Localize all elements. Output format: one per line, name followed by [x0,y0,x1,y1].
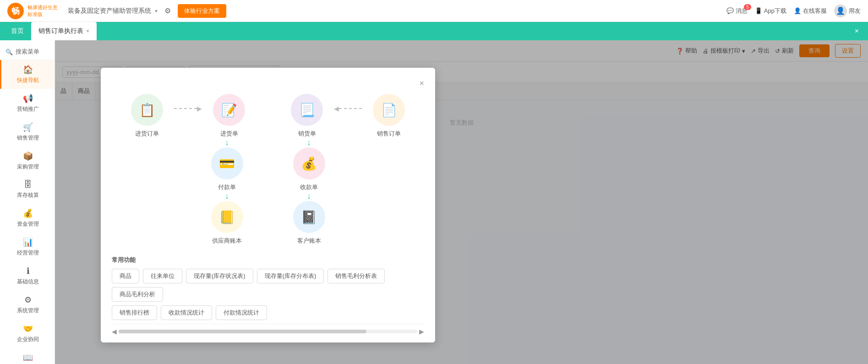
logo-area: 畅 畅康通好生意 标准版 [7,3,62,19]
modal-header: × [112,79,424,88]
sidebar-item-guide[interactable]: 📖 新手引导 [0,348,55,364]
purchase-bill-label: 进货单 [220,130,238,138]
app-title-text: 装备及固定资产辅助管理系统 [68,7,151,15]
logo-icon: 畅 [7,3,24,19]
tab-sales-order[interactable]: 销售订单执行表 × [31,22,97,40]
main-close-icon[interactable]: × [855,27,864,35]
flow-node-supplier: 📒 供应商账本 [202,201,252,245]
flow-modal: × 📋 进货订单 [101,68,435,342]
flow-node-customer: 📓 客户账本 [284,201,334,245]
flow-node-purchase-bill: 📝 进货单 [204,94,254,138]
common-func-section: 常用功能 商品 往来单位 现存量(库存状况表) 现存量(库存分布表) 销售毛利分… [112,256,424,320]
sidebar-item-marketing[interactable]: 📢 营销推广 [0,89,55,118]
flow-node-payment: 💳 付款单 [202,147,252,191]
tab-close-icon[interactable]: × [86,28,89,34]
tabbar: 首页 销售订单执行表 × × [0,22,868,40]
arrow-down-customer: ↓ [307,191,311,201]
flow-diagram: 📋 进货订单 ▶ 📝 [112,94,424,245]
settings-icon[interactable]: ⚙ [161,5,174,17]
func-btn-goods[interactable]: 商品 [112,269,139,283]
search-icon: 🔍 [5,49,13,55]
supplier-icon: 📒 [219,210,235,225]
sidebar-item-basic[interactable]: ℹ 基础信息 [0,261,55,290]
func-btn-sales-rank[interactable]: 销售排行榜 [112,305,157,320]
purchase-order-circle: 📋 [131,94,163,126]
func-btn-contacts[interactable]: 往来单位 [143,269,182,283]
marketing-icon: 📢 [23,93,33,103]
tab-home[interactable]: 首页 [4,22,31,40]
func-btn-stock-dist[interactable]: 现存量(库存分布表) [257,269,324,283]
flow-node-sales-order: 📄 销售订单 [364,94,414,138]
sales-bill-icon: 📃 [299,103,315,118]
sidebar-item-system[interactable]: ⚙ 系统管理 [0,290,55,319]
operation-icon: 📊 [23,237,33,247]
purchase-bill-icon: 📝 [221,103,237,118]
flow-node-sales-bill: 📃 销货单 [282,94,332,138]
func-btn-receipt-stat[interactable]: 收款情况统计 [161,305,212,320]
scroll-right-arrow[interactable]: ▶ [419,328,424,335]
func-btns-row1: 商品 往来单位 现存量(库存状况表) 现存量(库存分布表) 销售毛利分析表 商品… [112,269,424,302]
sales-bill-circle: 📃 [291,94,323,126]
sales-order-circle: 📄 [373,94,405,126]
search-menu-btn[interactable]: 🔍 搜索菜单 [0,44,55,60]
sidebar-item-sales[interactable]: 🛒 销售管理 [0,118,55,147]
user-area[interactable]: 👤 用友 [834,5,861,17]
header-right: 💬 消息 5 📱 App下载 👤 在线客服 👤 用友 [726,5,861,17]
sidebar-item-inventory[interactable]: 🗄 库存核算 [0,175,55,204]
home-icon: 🏠 [23,65,33,75]
func-btn-stock-status[interactable]: 现存量(库存状况表) [186,269,253,283]
app-title-area: 装备及固定资产辅助管理系统 ▾ ⚙ 体验行业方案 [68,4,721,18]
scroll-track[interactable] [119,330,417,333]
customer-icon: 📓 [301,210,317,225]
purchase-bill-circle: 📝 [213,94,245,126]
avatar: 👤 [834,5,847,17]
sidebar-item-purchase[interactable]: 📦 采购管理 [0,147,55,175]
trial-button[interactable]: 体验行业方案 [178,4,226,18]
func-btn-sales-margin[interactable]: 销售毛利分析表 [328,269,385,283]
content-area: ❓ 帮助 🖨 按模板打印 ▾ ↗ 导出 ↺ 刷新 查询 设置 [55,40,868,364]
inventory-icon: 🗄 [24,180,32,190]
sales-order-label: 销售订单 [377,130,401,138]
receipt-icon: 💰 [301,156,317,171]
common-func-title: 常用功能 [112,256,424,264]
message-badge: 5 [744,4,751,10]
payment-icon: 💳 [219,156,235,171]
app-download-btn[interactable]: 📱 App下载 [755,7,786,15]
sidebar-item-operation[interactable]: 📊 经营管理 [0,233,55,261]
app-dropdown-btn[interactable]: ▾ [155,8,158,14]
sidebar-item-collab[interactable]: 🤝 企业协同 [0,319,55,348]
func-btn-payment-stat[interactable]: 付款情况统计 [216,305,267,320]
arrow-down-payment: ↓ [225,138,229,147]
modal-scrollbar: ◀ ▶ [112,324,424,335]
sidebar-item-quick[interactable]: 🏠 快捷导航 [0,60,55,89]
purchase-icon: 📦 [23,151,33,161]
sidebar-item-finance[interactable]: 💰 资金管理 [0,204,55,233]
customer-label: 客户账本 [297,237,321,245]
message-icon: 💬 [726,7,734,14]
sales-icon: 🛒 [23,122,33,132]
message-btn[interactable]: 💬 消息 5 [726,7,748,15]
sidebar: 🔍 搜索菜单 🏠 快捷导航 📢 营销推广 🛒 销售管理 📦 采购管理 🗄 库存核… [0,40,55,364]
system-icon: ⚙ [24,295,32,305]
sales-bill-label: 销货单 [298,130,316,138]
receipt-label: 收款单 [300,183,318,191]
flow-node-receipt: 💰 收款单 [284,147,334,191]
online-service-btn[interactable]: 👤 在线客服 [794,7,827,15]
logo-text: 畅康通好生意 标准版 [27,4,58,17]
finance-icon: 💰 [23,208,33,218]
payment-circle: 💳 [211,147,243,179]
purchase-order-label: 进货订单 [135,130,159,138]
flow-node-purchase-order: 📋 进货订单 [122,94,172,138]
arrow-down-receipt: ↓ [307,138,311,147]
collab-icon: 🤝 [23,324,33,334]
func-btn-goods-margin[interactable]: 商品毛利分析 [112,287,163,302]
main-layout: 🔍 搜索菜单 🏠 快捷导航 📢 营销推广 🛒 销售管理 📦 采购管理 🗄 库存核… [0,40,868,364]
supplier-circle: 📒 [211,201,243,233]
service-icon: 👤 [794,7,801,14]
modal-close-btn[interactable]: × [419,79,424,88]
supplier-label: 供应商账本 [212,237,242,245]
app-header: 畅 畅康通好生意 标准版 装备及固定资产辅助管理系统 ▾ ⚙ 体验行业方案 💬 … [0,0,868,22]
purchase-order-icon: 📋 [139,103,155,118]
guide-icon: 📖 [23,353,33,363]
scroll-left-arrow[interactable]: ◀ [112,328,117,335]
